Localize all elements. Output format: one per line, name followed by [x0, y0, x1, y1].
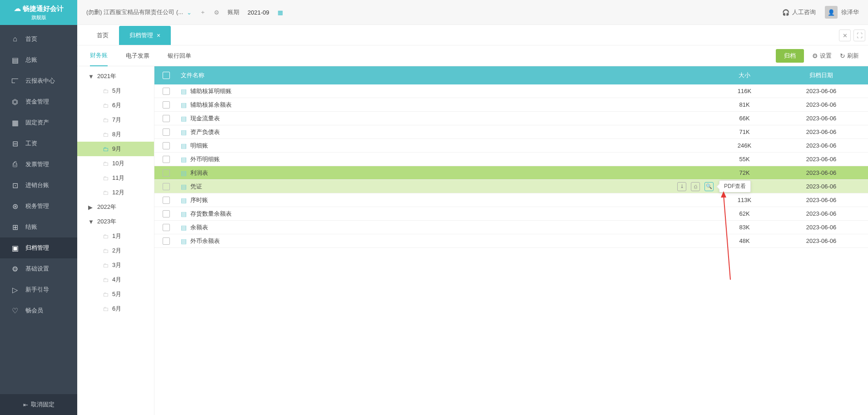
table-row[interactable]: ▤现金流量表66K2023-06-06	[154, 112, 868, 125]
table-row[interactable]: ▤辅助核算明细账116K2023-06-06	[154, 84, 868, 98]
table-row[interactable]: ▤利润表72K2023-06-06	[154, 166, 868, 180]
file-name: ▤现金流量表	[176, 114, 706, 123]
sidebar-item-label: 资金管理	[25, 98, 49, 106]
tree-month[interactable]: 🗀5月	[77, 287, 154, 301]
tree-month[interactable]: 🗀10月	[77, 156, 154, 171]
tab-fullscreen-button[interactable]: ⛶	[853, 30, 865, 41]
row-checkbox[interactable]	[163, 128, 170, 136]
table-row[interactable]: ▤余额表83K2023-06-06	[154, 221, 868, 234]
row-checkbox[interactable]	[163, 115, 170, 122]
sidebar-item-7[interactable]: ⊡进销台账	[0, 175, 77, 196]
tree-month[interactable]: 🗀7月	[77, 113, 154, 127]
period-value[interactable]: 2021-09	[248, 9, 269, 16]
calendar-icon[interactable]: ▦	[278, 9, 283, 16]
row-checkbox[interactable]	[163, 197, 170, 204]
row-checkbox[interactable]	[163, 210, 170, 217]
table-body: ▤辅助核算明细账116K2023-06-06▤辅助核算余额表81K2023-06…	[154, 84, 868, 415]
table-row[interactable]: ▤凭证⤓⎙🔍PDF查看53K2023-06-06	[154, 180, 868, 193]
tree-year[interactable]: ▼2023年	[77, 214, 154, 229]
tree-month[interactable]: 🗀3月	[77, 258, 154, 272]
sidebar-item-0[interactable]: ⌂首页	[0, 29, 77, 49]
table-row[interactable]: ▤外币明细账55K2023-06-06	[154, 153, 868, 166]
plus-icon[interactable]: ＋	[200, 8, 206, 16]
tree-month[interactable]: 🗀6月	[77, 98, 154, 113]
row-checkbox[interactable]	[163, 156, 170, 163]
row-checkbox[interactable]	[163, 237, 170, 245]
row-checkbox[interactable]	[163, 88, 170, 95]
tree-month[interactable]: 🗀1月	[77, 229, 154, 243]
settings-link[interactable]: ⚙设置	[812, 52, 832, 60]
subtab-0[interactable]: 财务账	[90, 45, 108, 66]
refresh-label: 刷新	[847, 52, 859, 60]
tree-month[interactable]: 🗀2月	[77, 243, 154, 258]
sidebar-unpin[interactable]: ⇤取消固定	[0, 394, 77, 415]
row-checkbox[interactable]	[163, 101, 170, 109]
refresh-icon: ↻	[840, 52, 845, 59]
tree-month[interactable]: 🗀4月	[77, 272, 154, 287]
sidebar-item-3[interactable]: ⏣资金管理	[0, 91, 77, 112]
home-icon: ⌂	[11, 35, 19, 43]
sidebar-item-label: 基础设置	[25, 265, 49, 273]
pdf-preview-icon[interactable]: 🔍	[704, 182, 714, 191]
col-size: 大小	[713, 71, 776, 79]
tab-1[interactable]: 归档管理×	[119, 26, 171, 45]
subtabs: 财务账电子发票银行回单 归档 ⚙设置 ↻刷新	[77, 45, 868, 66]
tree-month[interactable]: 🗀11月	[77, 171, 154, 185]
folder-icon: 🗀	[103, 189, 109, 196]
subtab-1[interactable]: 电子发票	[126, 45, 149, 66]
inventory-icon: ⊡	[11, 181, 19, 189]
table-row[interactable]: ▤明细账246K2023-06-06	[154, 139, 868, 153]
caret-down-icon: ▼	[88, 218, 94, 225]
logo-sub: 旗舰版	[31, 14, 46, 21]
sidebar-item-5[interactable]: ⊟工资	[0, 133, 77, 154]
file-date: 2023-06-06	[783, 224, 860, 231]
row-checkbox[interactable]	[163, 169, 170, 177]
table-row[interactable]: ▤序时账113K2023-06-06	[154, 193, 868, 207]
file-icon: ▤	[181, 88, 187, 95]
tree-month[interactable]: 🗀8月	[77, 127, 154, 142]
sidebar-item-6[interactable]: ⎙发票管理	[0, 154, 77, 175]
user-menu[interactable]: 👤 徐泽华	[825, 6, 859, 19]
ledger-icon: ▤	[11, 56, 19, 64]
sidebar-item-2[interactable]: ⫍云报表中心	[0, 70, 77, 91]
file-date: 2023-06-06	[783, 128, 860, 135]
close-icon[interactable]: ×	[157, 32, 160, 39]
row-actions: ⤓⎙🔍	[677, 182, 714, 191]
tree-month[interactable]: 🗀6月	[77, 301, 154, 316]
tab-0[interactable]: 首页	[86, 26, 119, 45]
sidebar-item-8[interactable]: ⊛税务管理	[0, 196, 77, 217]
sidebar-item-13[interactable]: ♡畅会员	[0, 300, 77, 321]
company-selector[interactable]: (勿删) 江西服宝精品有限责任公司 (... ⌄	[86, 8, 192, 16]
headset-icon: 🎧	[782, 9, 789, 16]
subtab-2[interactable]: 银行回单	[168, 45, 191, 66]
tree-year[interactable]: ▶2022年	[77, 200, 154, 214]
sidebar-item-9[interactable]: ⊞结账	[0, 217, 77, 237]
download-pdf-icon[interactable]: ⎙	[691, 182, 700, 191]
gear-icon[interactable]: ⚙	[214, 9, 219, 16]
table-row[interactable]: ▤资产负债表71K2023-06-06	[154, 125, 868, 139]
file-name: ▤凭证	[176, 183, 706, 191]
select-all-checkbox[interactable]	[163, 72, 170, 79]
refresh-link[interactable]: ↻刷新	[840, 52, 859, 60]
sidebar-item-12[interactable]: ▷新手引导	[0, 279, 77, 300]
tree-month-label: 3月	[112, 261, 121, 269]
tree-month[interactable]: 🗀5月	[77, 84, 154, 98]
tree-month[interactable]: 🗀12月	[77, 185, 154, 200]
table-row[interactable]: ▤存货数量余额表62K2023-06-06	[154, 207, 868, 221]
row-checkbox[interactable]	[163, 183, 170, 190]
tree-year[interactable]: ▼2021年	[77, 69, 154, 84]
file-date: 2023-06-06	[783, 169, 860, 176]
archive-button[interactable]: 归档	[776, 49, 804, 63]
sidebar-item-11[interactable]: ⚙基础设置	[0, 258, 77, 279]
tab-close-button[interactable]: ✕	[839, 30, 851, 41]
row-checkbox[interactable]	[163, 224, 170, 231]
sidebar-item-1[interactable]: ▤总账	[0, 49, 77, 70]
row-checkbox[interactable]	[163, 142, 170, 149]
sidebar-item-4[interactable]: ▦固定资产	[0, 112, 77, 133]
table-row[interactable]: ▤外币余额表48K2023-06-06	[154, 234, 868, 248]
sidebar-item-10[interactable]: ▣归档管理	[0, 237, 77, 258]
tree-month[interactable]: 🗀9月	[77, 142, 154, 156]
consult-link[interactable]: 🎧 人工咨询	[782, 8, 816, 16]
table-row[interactable]: ▤辅助核算余额表81K2023-06-06	[154, 98, 868, 112]
download-excel-icon[interactable]: ⤓	[677, 182, 686, 191]
